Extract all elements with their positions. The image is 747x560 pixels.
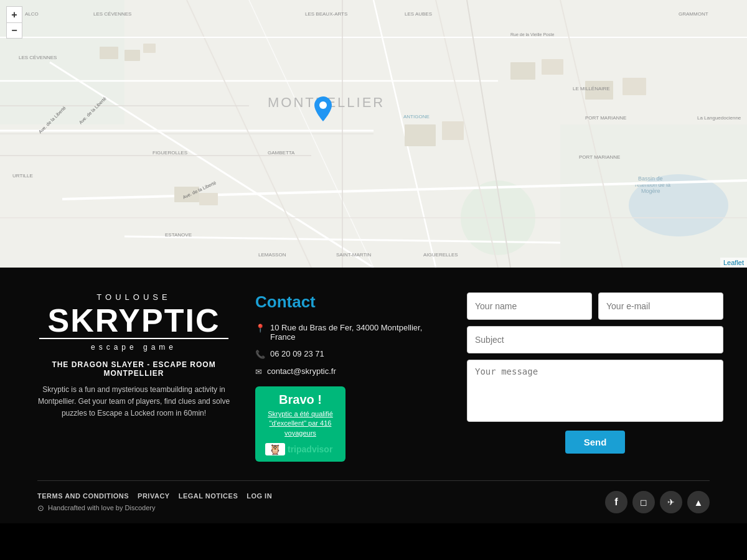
svg-text:ANTIGONE: ANTIGONE [403,114,430,119]
footer-links: TERMS AND CONDITIONS PRIVACY LEGAL NOTIC… [37,492,272,500]
tripadvisor-wordmark: tripadvisor [288,444,332,454]
svg-rect-26 [125,50,140,61]
brand-toulouse: TOULOUSE [37,292,230,302]
map-controls: + − [6,6,22,39]
svg-text:Bassin de: Bassin de [638,175,663,182]
email-input[interactable] [598,292,723,320]
tripadvisor-text: Skryptic a été qualifié "d'excellent" pa… [265,409,336,438]
tripadvisor-bravo: Bravo ! [265,393,336,407]
svg-text:GRAMMONT: GRAMMONT [679,11,708,17]
instagram-button[interactable]: ◻ [632,491,655,513]
map-attribution[interactable]: Leaflet [720,258,747,268]
brand-description: Skryptic is a fun and mysterious teambui… [37,384,230,420]
contact-column: Contact 📍 10 Rue du Bras de Fer, 34000 M… [255,292,442,462]
svg-text:Mogère: Mogère [641,188,660,194]
instagram-icon: ◻ [640,497,647,507]
login-link[interactable]: LOG IN [247,492,272,500]
zoom-in-button[interactable]: + [6,6,22,22]
svg-text:FIGUEROLLES: FIGUEROLLES [153,150,187,156]
send-button[interactable]: Send [565,431,626,454]
svg-text:LE MILLÉNAIRE: LE MILLÉNAIRE [573,86,610,91]
footer-bottom: TERMS AND CONDITIONS PRIVACY LEGAL NOTIC… [37,480,710,523]
svg-point-59 [319,101,327,109]
footer: TOULOUSE SKRYPTIC escape game THE DRAGON… [0,268,747,523]
svg-rect-32 [510,62,535,80]
brand-escape: escape game [37,343,230,352]
tripadvisor-trip: trip [288,444,302,454]
svg-rect-33 [542,59,563,75]
terms-link[interactable]: TERMS AND CONDITIONS [37,492,129,500]
svg-text:LES AUBES: LES AUBES [405,11,432,17]
phone-icon: 📞 [255,350,265,359]
map-pin [314,96,332,124]
email-icon: ✉ [255,367,262,376]
svg-rect-29 [199,193,218,205]
svg-rect-30 [405,124,436,146]
handcrafted-icon: ⊙ [37,503,44,513]
facebook-button[interactable]: f [605,491,627,513]
svg-text:AIGUERELLES: AIGUERELLES [423,252,458,258]
brand-column: TOULOUSE SKRYPTIC escape game THE DRAGON… [37,292,230,420]
svg-text:ESTANOVE: ESTANOVE [165,232,192,238]
brand-skryptic: SKRYPTIC [48,304,220,339]
svg-text:LEMASSON: LEMASSON [258,252,286,258]
scroll-top-button[interactable]: ▲ [687,491,710,513]
form-name-email-row [467,292,723,320]
svg-text:URTILLE: URTILLE [12,173,33,179]
svg-rect-25 [100,47,118,59]
subject-input[interactable] [467,326,723,353]
svg-text:La Languedocienne: La Languedocienne [697,115,741,121]
map-section: Bassin de retention de la Mogère [0,0,747,268]
tripadvisor-button[interactable]: ✈ [660,491,682,513]
svg-text:SAINT-MARTIN: SAINT-MARTIN [336,252,372,258]
tripadvisor-social-icon: ✈ [667,497,675,507]
tripadvisor-advisor: advisor [302,444,333,454]
svg-text:LES BEAUX-ARTS: LES BEAUX-ARTS [305,11,347,17]
svg-text:ALCO: ALCO [25,11,39,17]
brand-subtitle: THE DRAGON SLAYER - ESCAPE ROOM MONTPELL… [37,360,230,378]
contact-address: 📍 10 Rue du Bras de Fer, 34000 Montpelli… [255,323,442,342]
svg-text:GAMBETTA: GAMBETTA [268,150,295,156]
legal-link[interactable]: LEGAL NOTICES [179,492,238,500]
contact-email: ✉ contact@skryptic.fr [255,366,442,376]
message-textarea[interactable] [467,360,723,422]
map-background: Bassin de retention de la Mogère [0,0,747,268]
footer-social: f ◻ ✈ ▲ [605,491,710,513]
tripadvisor-badge: Bravo ! Skryptic a été qualifié "d'excel… [255,386,345,462]
footer-handcrafted: ⊙ Handcrafted with love by Discodery [37,503,272,513]
name-input[interactable] [467,292,592,320]
svg-text:LES CÉVENNES: LES CÉVENNES [19,55,57,60]
contact-title: Contact [255,292,442,312]
privacy-link[interactable]: PRIVACY [138,492,170,500]
tripadvisor-logo: 🦉 tripadvisor [265,443,336,455]
zoom-out-button[interactable]: − [6,22,22,39]
svg-text:PORT MARIANNE: PORT MARIANNE [579,154,620,160]
svg-text:LES CÉVENNES: LES CÉVENNES [93,11,131,17]
location-icon: 📍 [255,324,265,333]
chevron-up-icon: ▲ [694,497,703,508]
svg-rect-35 [622,78,646,95]
svg-text:Rue de la Vieille Poste: Rue de la Vieille Poste [510,32,554,37]
svg-text:PORT MARIANNE: PORT MARIANNE [585,115,626,121]
footer-main: TOULOUSE SKRYPTIC escape game THE DRAGON… [37,292,710,480]
svg-rect-31 [442,121,464,140]
facebook-icon: f [614,497,618,508]
svg-rect-27 [143,44,156,53]
contact-phone: 📞 06 20 09 23 71 [255,349,442,359]
footer-left: TERMS AND CONDITIONS PRIVACY LEGAL NOTIC… [37,492,272,513]
brand-logo-container: SKRYPTIC [37,304,230,339]
tripadvisor-owl-icon: 🦉 [265,443,285,455]
contact-form: Send [467,292,723,454]
